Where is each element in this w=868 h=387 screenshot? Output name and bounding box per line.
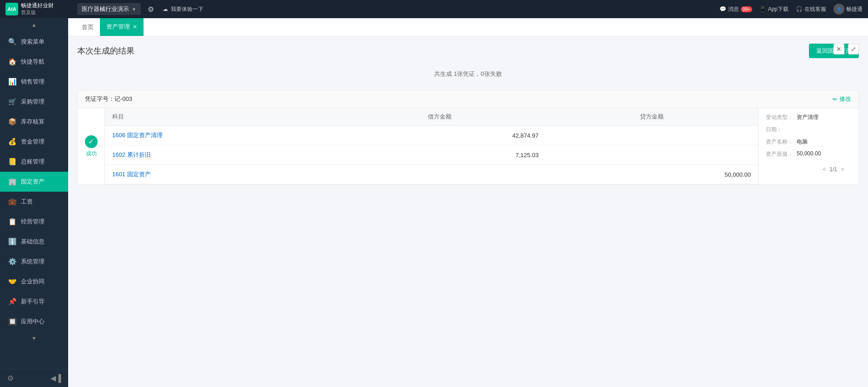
sidebar-item-search[interactable]: 🔍 搜索菜单	[0, 32, 68, 52]
summary-bar: 共生成 1张凭证，0张失败	[77, 65, 859, 83]
username-label: 畅捷通	[846, 5, 863, 13]
row2-credit	[546, 145, 758, 165]
cloud-icon: ☁	[163, 6, 168, 12]
funds-icon: 💰	[8, 138, 16, 146]
messages-button[interactable]: 💬 消息 99+	[719, 5, 752, 13]
inventory-icon: 📦	[8, 118, 16, 126]
date-row: 日期：	[766, 126, 851, 134]
sidebar-label-guide: 新手引导	[21, 298, 45, 306]
sidebar-item-payroll[interactable]: 💼 工资	[0, 192, 68, 212]
avatar: 👤	[833, 4, 844, 15]
col-credit: 贷方金额	[546, 108, 758, 126]
purchase-icon: 🛒	[8, 98, 16, 106]
sidebar-item-basic-info[interactable]: ℹ️ 基础信息	[0, 232, 68, 252]
operations-icon: 📋	[8, 218, 16, 226]
expand-panel-button[interactable]: ⤢	[848, 44, 859, 55]
scroll-down-button[interactable]: ▼	[30, 333, 39, 343]
close-panel-button[interactable]: ✕	[833, 44, 844, 55]
sidebar-bottom: ⚙ ◀▐	[0, 369, 68, 387]
row2-subject: 1602 累计折旧	[105, 145, 333, 165]
edit-label: 修改	[839, 95, 851, 103]
prev-page-button[interactable]: <	[823, 166, 826, 173]
tab-home-label: 首页	[82, 23, 94, 31]
basic-info-icon: ℹ️	[8, 238, 16, 246]
row3-debit	[333, 165, 546, 184]
fixed-assets-icon: 🏢	[8, 178, 16, 186]
tab-asset-management[interactable]: 资产管理 ✕	[100, 18, 144, 36]
payroll-icon: 💼	[8, 198, 16, 206]
sidebar-label-operations: 经营管理	[21, 218, 45, 226]
sidebar-item-system[interactable]: ⚙️ 系统管理	[0, 252, 68, 272]
tab-close-icon[interactable]: ✕	[133, 24, 137, 30]
user-menu[interactable]: 👤 畅捷通	[833, 4, 863, 15]
original-value-value: 50,000.00	[797, 150, 821, 158]
gear-button[interactable]: ⚙	[144, 3, 157, 15]
sidebar-item-cooperation[interactable]: 🤝 企业协同	[0, 272, 68, 292]
sidebar-item-fixed-assets[interactable]: 🏢 固定资产	[0, 172, 68, 192]
download-icon: 📱	[759, 6, 766, 12]
logo-icon: AtA	[5, 3, 18, 15]
app-download-button[interactable]: 📱 App下载	[759, 5, 789, 13]
app-center-icon: 🔲	[8, 318, 16, 326]
search-icon: 🔍	[8, 38, 16, 46]
guide-icon: 📌	[8, 298, 16, 306]
sidebar-item-inventory[interactable]: 📦 库存核算	[0, 112, 68, 132]
table-row: 1602 累计折旧 7,125.03	[105, 145, 758, 165]
collapse-sidebar-icon[interactable]: ◀▐	[50, 374, 61, 382]
app-name: 畅捷通好业财	[21, 2, 54, 9]
sidebar-item-purchase[interactable]: 🛒 采购管理	[0, 92, 68, 112]
sidebar-item-ledger[interactable]: 📒 总账管理	[0, 152, 68, 172]
experience-button[interactable]: ☁ 我要体验一下	[163, 5, 203, 13]
row2-debit: 7,125.03	[333, 145, 546, 165]
sidebar-item-funds[interactable]: 💰 资金管理	[0, 132, 68, 152]
chevron-down-icon: ▼	[132, 7, 136, 12]
home-icon: 🏠	[8, 58, 16, 66]
tab-home[interactable]: 首页	[75, 18, 100, 36]
top-header: AtA 畅捷通好业财 普及版 医疗器械行业演示 ▼ ⚙ ☁ 我要体验一下 💬 消…	[0, 0, 868, 18]
change-type-row: 变动类型： 资产清理	[766, 114, 851, 121]
sales-icon: 📊	[8, 78, 16, 86]
ledger-icon: 📒	[8, 158, 16, 166]
sidebar-label-fixed-assets: 固定资产	[21, 178, 45, 186]
date-label: 日期：	[766, 126, 782, 134]
settings-icon[interactable]: ⚙	[7, 374, 14, 382]
app-download-label: App下载	[768, 5, 789, 13]
row1-subject: 1606 固定资产清理	[105, 126, 333, 145]
page-content: 本次生成的结果 返回固定资产 共生成 1张凭证，0张失败 凭证字号：记-003 …	[68, 36, 868, 387]
table-row: 1606 固定资产清理 42,874.97	[105, 126, 758, 145]
sidebar-item-sales[interactable]: 📊 销售管理	[0, 72, 68, 92]
logo-text: AtA	[7, 6, 16, 12]
online-service-button[interactable]: 🎧 在线客服	[796, 5, 826, 13]
next-page-button[interactable]: >	[841, 166, 844, 173]
cooperation-icon: 🤝	[8, 278, 16, 286]
sidebar-label-purchase: 采购管理	[21, 98, 45, 106]
voucher-number: 凭证字号：记-003	[85, 95, 132, 103]
sidebar-item-operations[interactable]: 📋 经营管理	[0, 212, 68, 232]
service-icon: 🎧	[796, 6, 803, 12]
asset-name-label: 资产名称：	[766, 138, 793, 146]
sidebar-label-app-center: 应用中心	[21, 318, 45, 326]
sidebar-item-quicknav[interactable]: 🏠 快捷导航	[0, 52, 68, 72]
row3-credit: 50,000.00	[546, 165, 758, 184]
change-type-label: 变动类型：	[766, 114, 793, 121]
edit-button[interactable]: ✏ 修改	[833, 95, 851, 103]
tab-bar: 首页 资产管理 ✕	[68, 18, 868, 36]
workspace-label: 医疗器械行业演示	[82, 5, 129, 13]
sidebar-label-payroll: 工资	[21, 198, 33, 206]
workspace-selector[interactable]: 医疗器械行业演示 ▼	[77, 3, 141, 15]
scroll-up-button[interactable]: ▲	[30, 20, 39, 30]
voucher-table-section: ✓ 成功 科目 借方金额 贷方金额	[78, 108, 759, 184]
col-debit: 借方金额	[333, 108, 546, 126]
sidebar-label-search: 搜索菜单	[21, 38, 45, 46]
sidebar-label-cooperation: 企业协同	[21, 278, 45, 286]
sidebar: ▲ 🔍 搜索菜单 🏠 快捷导航 📊 销售管理 🛒 采购管理 📦 库存核算 💰 资…	[0, 18, 68, 387]
page-title: 本次生成的结果	[77, 45, 134, 56]
system-icon: ⚙️	[8, 258, 16, 266]
row1-credit	[546, 126, 758, 145]
row1-debit: 42,874.97	[333, 126, 546, 145]
sidebar-label-inventory: 库存核算	[21, 118, 45, 126]
sidebar-item-app-center[interactable]: 🔲 应用中心	[0, 312, 68, 332]
success-label: 成功	[86, 150, 97, 158]
panel-controls: ✕ ⤢	[833, 44, 859, 55]
sidebar-item-guide[interactable]: 📌 新手引导	[0, 292, 68, 312]
